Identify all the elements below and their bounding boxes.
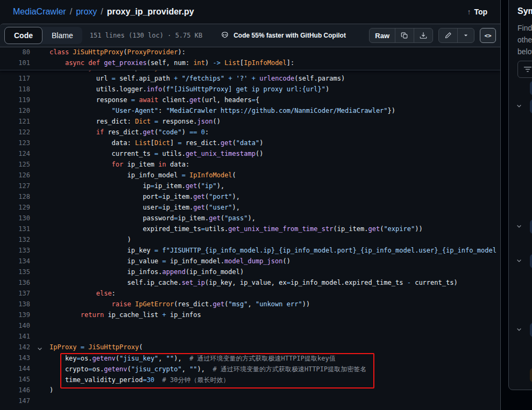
line-number[interactable]: 128 (0, 193, 30, 204)
chevron-down-icon[interactable] (516, 256, 522, 266)
gutter-space (30, 171, 49, 182)
line-number[interactable]: 125 (0, 161, 30, 171)
symbol-chip[interactable] (530, 220, 532, 234)
line-number[interactable]: 130 (0, 214, 30, 225)
line-number[interactable]: 141 (0, 333, 30, 343)
copilot-banner-text: Code 55% faster with GitHub Copilot (233, 32, 346, 39)
gutter-space (30, 311, 49, 322)
breadcrumb-repo-link[interactable]: MediaCrawler (13, 7, 66, 16)
gutter-space (30, 139, 49, 150)
line-number[interactable]: 133 (0, 247, 30, 257)
gutter-space (30, 290, 49, 300)
symbol-chip[interactable] (530, 254, 532, 268)
symbol-chip[interactable] (530, 81, 532, 95)
line-number[interactable]: 145 (0, 376, 30, 386)
code-text: ) (49, 236, 500, 247)
file-view-column: MediaCrawler/proxy/proxy_ip_provider.py … (0, 0, 501, 410)
line-number[interactable]: 121 (0, 118, 30, 128)
sticky-scope-lines: 80class JiSuHttpProxy(ProxyProvider):101… (0, 47, 500, 70)
line-number[interactable]: 147 (0, 397, 30, 408)
line-number[interactable]: 135 (0, 268, 30, 279)
edit-dropdown-button[interactable] (457, 28, 474, 42)
symbols-panel-heading: Sym (517, 5, 532, 18)
code-line: 130 password=ip_item.get("pass"), (0, 214, 500, 225)
line-number[interactable]: 117 (0, 75, 30, 85)
gutter-space (30, 150, 49, 161)
code-text: expired_time_ts=utils.get_unix_time_from… (49, 225, 500, 236)
line-number[interactable]: 119 (0, 96, 30, 107)
edit-button[interactable] (439, 28, 457, 42)
symbol-row (509, 254, 532, 268)
line-number[interactable]: 138 (0, 300, 30, 311)
line-number[interactable]: 139 (0, 311, 30, 322)
symbols-filter-button[interactable] (517, 61, 532, 78)
code-line: 128 port=ip_item.get("port"), (0, 193, 500, 204)
arrow-up-icon: ↑ (467, 8, 471, 16)
code-line: 101 async def get_proxies(self, num: int… (0, 59, 500, 70)
download-button[interactable] (414, 28, 432, 42)
gutter-space (30, 107, 49, 118)
line-number[interactable]: 129 (0, 204, 30, 214)
line-number[interactable]: 127 (0, 182, 30, 193)
collapse-toggle-icon[interactable] (30, 343, 49, 354)
line-number[interactable]: 80 (0, 48, 30, 59)
code-line: 126 ip_info_model = IpInfoModel( (0, 171, 500, 182)
code-symbols-button[interactable]: <> (480, 28, 496, 43)
code-line: 120 "User-Agent": "MediaCrawler https://… (0, 107, 500, 118)
line-number[interactable]: 134 (0, 257, 30, 268)
line-number[interactable]: 123 (0, 139, 30, 150)
symbol-chip[interactable] (530, 99, 532, 113)
gutter-space (30, 365, 49, 376)
gutter-space (30, 161, 49, 171)
code-text: if res_dict.get("code") == 0: (49, 128, 500, 139)
pencil-icon (444, 32, 452, 39)
line-number[interactable]: 146 (0, 386, 30, 397)
code-line: 137 else: (0, 290, 500, 300)
line-number[interactable]: 136 (0, 279, 30, 290)
code-line: 135 ip_infos.append(ip_info_model) (0, 268, 500, 279)
line-number[interactable]: 137 (0, 290, 30, 300)
code-text: url = self.api_path + "/fetchips" + '?' … (49, 75, 500, 85)
code-text: key=os.getenv("jisu_key", ""), # 通过环境变量的… (49, 354, 500, 365)
line-number[interactable]: 142 (0, 343, 30, 354)
symbol-chip[interactable] (530, 323, 532, 337)
copy-button[interactable] (395, 28, 414, 42)
chevron-down-icon[interactable] (516, 325, 522, 335)
code-line: 127 ip=ip_item.get("ip"), (0, 182, 500, 193)
code-line: 145 time_validity_period=30 # 30分钟（最长时效） (0, 376, 500, 386)
filter-icon (523, 65, 532, 74)
line-number[interactable]: 120 (0, 107, 30, 118)
raw-button[interactable]: Raw (370, 28, 395, 42)
copilot-banner[interactable]: Code 55% faster with GitHub Copilot (221, 31, 346, 41)
line-number[interactable]: 118 (0, 85, 30, 96)
code-line: 136 self.ip_cache.set_ip(ip_key, ip_valu… (0, 279, 500, 290)
breadcrumb-folder-link[interactable]: proxy (76, 7, 97, 16)
line-number[interactable]: 132 (0, 236, 30, 247)
file-toolbar: Code Blame 151 lines (130 loc) · 5.75 KB… (0, 24, 500, 47)
symbol-chip[interactable] (530, 368, 532, 382)
symbols-panel: Sym Findotherbelow (508, 0, 532, 390)
line-number[interactable]: 140 (0, 322, 30, 333)
symbol-row (509, 323, 532, 337)
line-number[interactable]: 122 (0, 128, 30, 139)
chevron-down-icon[interactable] (516, 102, 522, 111)
symbol-row (509, 99, 532, 113)
gutter-space (30, 118, 49, 128)
code-text (49, 397, 500, 408)
symbols-description-line: below (517, 46, 532, 57)
tab-blame[interactable]: Blame (42, 27, 82, 44)
line-number[interactable]: 126 (0, 171, 30, 182)
line-number[interactable]: 143 (0, 354, 30, 365)
back-to-top-link[interactable]: ↑ Top (467, 8, 487, 16)
chevron-down-icon[interactable] (516, 222, 522, 232)
gutter-space (30, 59, 49, 70)
line-number[interactable]: 124 (0, 150, 30, 161)
code-text: raise IpGetError(res_dict.get("msg", "un… (49, 300, 500, 311)
line-number[interactable]: 131 (0, 225, 30, 236)
line-number[interactable]: 144 (0, 365, 30, 376)
code-line: 132 ) (0, 236, 500, 247)
gutter-space (30, 300, 49, 311)
gutter-space (30, 322, 49, 333)
tab-code[interactable]: Code (4, 27, 42, 44)
line-number[interactable]: 101 (0, 59, 30, 70)
